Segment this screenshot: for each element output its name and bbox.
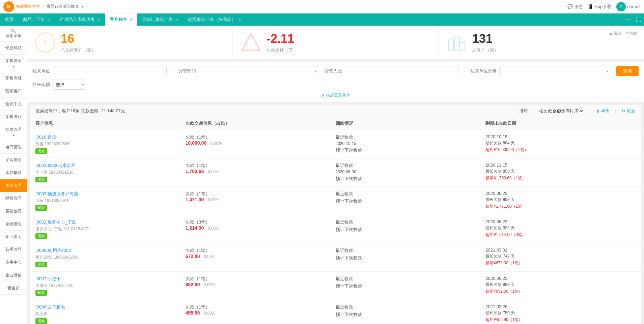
debt-amount-5[interactable]: 652.00 xyxy=(186,282,200,287)
return-cell-2: 最近收款 预计下次收款 xyxy=(336,191,486,204)
sidebar-item-app-center[interactable]: 应用中心 xyxy=(0,256,27,269)
customer-sub-1: 李老师 18600391516 xyxy=(35,170,186,175)
overdue-link-3[interactable]: 超期¥1,214.00（3笔） xyxy=(485,232,636,238)
overdue-link-2[interactable]: 超期¥1,471.00（1笔） xyxy=(485,204,636,209)
return-cell-0: 最近收款 2020-10-15 预计下次收款 xyxy=(336,134,486,153)
debt-amount-0[interactable]: 10,000.00 xyxy=(186,140,206,146)
sidebar-item-batch-mgmt[interactable]: 批发管理 ▴ xyxy=(0,123,27,141)
user-menu[interactable]: D demo2 xyxy=(616,2,641,11)
balance-select[interactable]: 选择... xyxy=(53,80,86,90)
from-unit-input[interactable] xyxy=(53,66,167,76)
sidebar-item-purchase-mgmt[interactable]: 采购管理 xyxy=(0,154,27,167)
tab-home[interactable]: 首页 xyxy=(0,13,18,26)
sidebar-item-sys-mgmt[interactable]: 系统管理 xyxy=(0,218,27,231)
customer-name-link-2[interactable]: [0003]畅捷服务尹海蒸 xyxy=(35,191,186,197)
sidebar-item-inventory[interactable]: 库存核算 xyxy=(0,167,27,179)
search-button[interactable]: 查询 xyxy=(616,66,639,76)
help-icon: ? xyxy=(626,31,628,36)
debt-cell-6: 欠款（1笔） 455.90 0.00% xyxy=(186,304,336,316)
close-icon[interactable]: ✕ xyxy=(97,18,100,22)
close-icon[interactable]: ✕ xyxy=(47,18,50,22)
sidebar-item-newbie[interactable]: 新手引导 xyxy=(0,243,27,256)
sidebar-item-marketing[interactable]: 营销推广 xyxy=(0,85,27,98)
return-label-2: 最近收款 xyxy=(336,191,486,197)
collapse-button[interactable]: ⋀ 收起更多条件 xyxy=(321,92,350,98)
refresh-button[interactable]: ↻ 刷新 xyxy=(622,108,636,114)
app-download-button[interactable]: 📱 App下载 xyxy=(588,4,611,10)
close-icon[interactable]: ✕ xyxy=(175,18,178,22)
sidebar-item-basic-info[interactable]: 基础信息 xyxy=(0,205,27,218)
tab-purchase-order[interactable]: 采购订单统计表 ✕ xyxy=(137,13,183,26)
person-dots-icon[interactable]: ··· xyxy=(461,69,465,74)
sidebar-item-corp-collab[interactable]: 企业协同 xyxy=(0,231,27,243)
sidebar-search[interactable]: 🔍 搜索菜单 xyxy=(0,26,27,42)
debt-percent-0: 0.00% xyxy=(211,141,222,146)
customer-name-link-5[interactable]: [0007]小进干 xyxy=(35,276,186,282)
customer-name-link-4[interactable]: [000002]用户2050 xyxy=(35,247,186,254)
debt-amount-6[interactable]: 455.90 xyxy=(186,310,200,316)
help-button[interactable]: ? 帮助 xyxy=(626,31,637,36)
tab-inbound-stats[interactable]: 进货单统计表（按商品） ✕ xyxy=(183,13,246,26)
sidebar-item-retail-mall[interactable]: 零售商城 xyxy=(0,72,27,85)
nav-maximize-icon[interactable]: ⛶ xyxy=(633,17,644,23)
overdue-link-1[interactable]: 超期¥1,703.68（1笔） xyxy=(485,175,636,181)
nav-minimize-icon[interactable]: — xyxy=(622,17,633,23)
customer-name-link-3[interactable]: [0002]服务中心_丁磊 xyxy=(35,219,186,225)
sidebar-item-retail-stats[interactable]: 零售统计 xyxy=(0,111,27,123)
tab-production[interactable]: 产成品入库单历史 ✕ xyxy=(55,13,105,26)
logo-area: 好 畅捷通好生意 xyxy=(3,1,40,12)
return-label-6: 最近收款 xyxy=(336,304,486,310)
overdue-link-6[interactable]: 超期¥455.90（1笔） xyxy=(485,317,636,323)
sidebar-item-member-center[interactable]: 会员中心 xyxy=(0,98,27,111)
store-dropdown-icon[interactable]: ▾ xyxy=(82,4,84,9)
debt-amount-3[interactable]: 1,214.00 xyxy=(186,225,204,231)
debt-amount-4[interactable]: 672.00 xyxy=(186,254,200,259)
debt-cell-4: 欠款（1笔） 672.00 0.00% xyxy=(186,247,336,259)
next-payment-label-3: 预计下次收款 xyxy=(336,227,486,233)
svg-rect-6 xyxy=(460,42,465,50)
overdue-link-0[interactable]: 超期¥10,000.00（1笔） xyxy=(485,147,636,153)
sidebar-item-finance[interactable]: 资金管理 xyxy=(0,179,27,192)
customer-name-link-1[interactable]: [0001020001]李老师 xyxy=(35,163,186,169)
video-help-button[interactable]: ▶ 视频 xyxy=(610,31,622,36)
overdue-days-5: 最长欠款 998 天 xyxy=(485,282,636,288)
sidebar-item-quick-nav[interactable]: 快捷导航 xyxy=(0,42,27,55)
debt-amount-label: 欠款合计（万） xyxy=(267,47,297,53)
debt-cell-3: 欠款（3笔） 1,214.00 0.00% xyxy=(186,219,336,231)
msg-button[interactable]: 💬 消息 xyxy=(567,4,583,10)
debt-label-3: 欠款（3笔） xyxy=(186,219,336,225)
sidebar-item-corp-wechat[interactable]: 企业微信 xyxy=(0,269,27,282)
sidebar-item-retail-mgmt[interactable]: 零售管理 ▴ xyxy=(0,55,27,72)
customer-name-link-0[interactable]: [0016]吕俊 xyxy=(35,134,186,140)
sidebar-item-operations[interactable]: 经营管理 xyxy=(0,192,27,205)
dept-select[interactable] xyxy=(199,66,319,76)
customer-name-link-6[interactable]: [0006]去下粮仓 xyxy=(35,304,186,310)
filter-unit-class: 往来单位分类 ▾ xyxy=(470,66,611,76)
debt-amount-number: -2.11 xyxy=(267,32,297,46)
person-label: 分管人员 xyxy=(325,68,342,74)
debt-amount-1[interactable]: 1,703.68 xyxy=(186,169,204,174)
close-icon[interactable]: ✕ xyxy=(130,18,133,22)
tab-products[interactable]: 商品上下架 ✕ xyxy=(18,13,55,26)
svg-rect-5 xyxy=(454,36,459,50)
overdue-link-4[interactable]: 超期¥672.00（1笔） xyxy=(485,260,636,266)
sidebar-item-vip-member[interactable]: 畅会员 xyxy=(0,282,27,295)
stat-help-buttons: ▶ 视频 ? 帮助 xyxy=(610,31,637,36)
sidebar-item-ecommerce[interactable]: 电商管理 xyxy=(0,141,27,154)
store-name: 母婴行业演示账套 xyxy=(47,4,79,9)
close-icon[interactable]: ✕ xyxy=(238,18,241,22)
customer-cell-4: [000002]用户2050 用户2050 18665062050 现款 xyxy=(35,247,186,267)
from-unit-dots-icon[interactable]: ··· xyxy=(169,69,173,74)
unit-class-select[interactable] xyxy=(499,66,611,76)
export-button[interactable]: ⬆ 导出 xyxy=(596,108,610,114)
debt-amount-2[interactable]: 1,471.00 xyxy=(186,197,204,202)
sort-select[interactable]: 按欠款金额倒序排序 xyxy=(538,108,584,114)
stat-debt-amount-info: -2.11 欠款合计（万） xyxy=(267,32,297,53)
person-input[interactable] xyxy=(345,66,459,76)
tab-customer-account[interactable]: 客户账本 ✕ xyxy=(105,13,137,26)
badge-current-2: 现款 xyxy=(35,205,47,211)
chevron-up-icon: ⋀ xyxy=(321,93,325,98)
balance-label: 往来余额 xyxy=(32,82,50,88)
debt-percent-6: 0.00% xyxy=(204,311,215,316)
overdue-link-5[interactable]: 超期¥652.00（1笔） xyxy=(485,289,636,294)
